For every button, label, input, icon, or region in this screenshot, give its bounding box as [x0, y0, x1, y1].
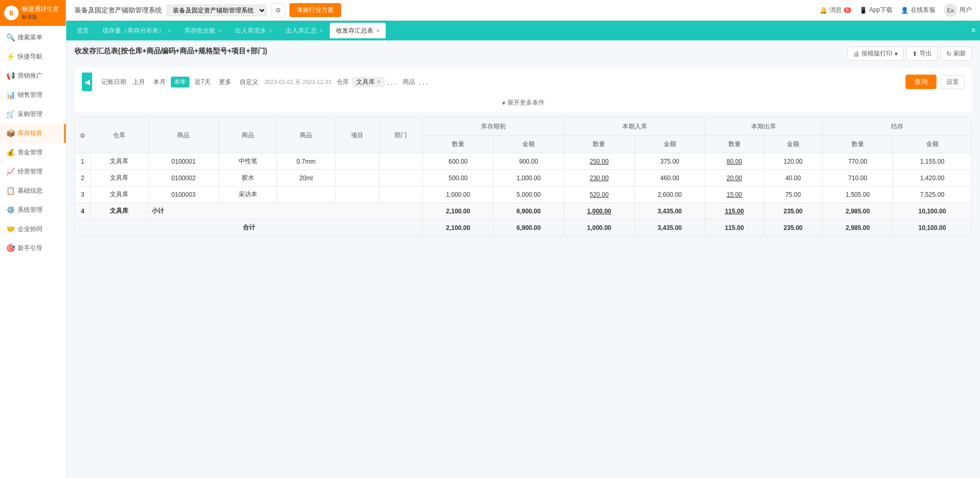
- warehouse-more-button[interactable]: ...: [387, 77, 398, 88]
- date-this-year[interactable]: 本年: [171, 77, 189, 88]
- online-service-button[interactable]: 👤 在线客服: [901, 6, 935, 15]
- date-more[interactable]: 更多: [216, 77, 235, 88]
- date-this-month[interactable]: 本月: [150, 77, 169, 88]
- expand-conditions-button[interactable]: ▾ 展开更多条件: [502, 98, 545, 107]
- th-in-group: 本期入库: [564, 118, 705, 136]
- row-out-qty[interactable]: 80.00: [705, 153, 764, 170]
- sidebar-item-operation[interactable]: 📈经营管理: [0, 162, 66, 181]
- sales-icon: 📊: [6, 91, 14, 99]
- page-title: 收发存汇总表(按仓库+商品编码+商品+规格型号+项目+部门): [75, 47, 267, 56]
- row-dept: [379, 186, 422, 203]
- query-button[interactable]: 查询: [905, 75, 937, 89]
- warehouse-tag-close[interactable]: ×: [377, 78, 381, 85]
- row-bal-qty: 710.00: [823, 170, 893, 186]
- row-bal-amt: 7,525.00: [893, 186, 972, 203]
- sidebar-item-system[interactable]: ⚙️系统管理: [0, 200, 66, 220]
- sub-out-qty[interactable]: 115.00: [705, 203, 764, 220]
- tab-close-icon[interactable]: ×: [376, 28, 379, 34]
- row-project: [335, 153, 379, 170]
- collapse-button[interactable]: ◀: [82, 73, 92, 91]
- row-spec: 0.7mm: [276, 153, 335, 170]
- refresh-button[interactable]: ↻ 刷新: [941, 47, 972, 61]
- app-download-label: App下载: [869, 6, 893, 15]
- tab-label: 首页: [77, 26, 89, 35]
- date-last-month[interactable]: 上月: [129, 77, 148, 88]
- header-settings-button[interactable]: ⚙: [271, 3, 285, 18]
- row-in-qty[interactable]: 230.00: [564, 170, 634, 186]
- tab-home[interactable]: 首页: [70, 23, 95, 38]
- table-row: 1 文具库 0100001 中性笔 0.7mm 600.00 900.00 25…: [75, 153, 972, 170]
- table-row: 3 文具库 0100003 采访本 1,000.00 5,000.00 520.…: [75, 186, 972, 203]
- tab-close-icon[interactable]: ×: [168, 28, 171, 34]
- guide-icon: 🎯: [6, 244, 14, 252]
- tab-bar-close-button[interactable]: ×: [971, 26, 976, 35]
- total-open-amt: 6,900.00: [493, 220, 564, 236]
- sub-open-amt: 6,900.00: [493, 203, 564, 220]
- row-warehouse: 文具库: [91, 186, 149, 203]
- sidebar-item-search[interactable]: 🔍搜索菜单: [0, 28, 66, 47]
- operation-icon: 📈: [6, 167, 14, 176]
- th-spec: 商品: [276, 118, 335, 153]
- row-in-qty[interactable]: 520.00: [564, 186, 634, 203]
- logo-sub: 标准版: [22, 13, 59, 21]
- tab-batch[interactable]: 库存批次账×: [178, 23, 228, 38]
- warehouse-value-area: 文具库 × ...: [352, 77, 398, 88]
- app-download-button[interactable]: 📱 App下载: [859, 6, 893, 15]
- sidebar-item-sales[interactable]: 📊销售管理: [0, 85, 66, 105]
- date-7days[interactable]: 近7天: [192, 77, 214, 88]
- sub-bal-amt: 10,100.00: [893, 203, 972, 220]
- online-service-label: 在线客服: [911, 6, 935, 15]
- sidebar-item-quicknav[interactable]: ⚡快捷导航: [0, 47, 66, 66]
- sidebar-item-finance[interactable]: 💰资金管理: [0, 143, 66, 162]
- bell-icon: 🔔: [820, 7, 827, 14]
- row-open-qty: 1,000.00: [423, 186, 493, 203]
- sub-warehouse: 文具库: [91, 203, 149, 220]
- purchase-icon: 🛒: [6, 110, 14, 118]
- row-out-qty[interactable]: 15.00: [705, 186, 764, 203]
- tab-collect-summary[interactable]: 收发存汇总表×: [330, 23, 386, 38]
- sub-in-qty[interactable]: 1,000.00: [564, 203, 634, 220]
- tab-flow[interactable]: 出入库流水×: [229, 23, 279, 38]
- goods-filter: 商品 ...: [403, 77, 429, 88]
- row-warehouse: 文具库: [91, 153, 149, 170]
- finance-icon: 💰: [6, 148, 14, 156]
- tab-close-icon[interactable]: ×: [218, 28, 222, 34]
- total-bal-qty: 2,985.00: [823, 220, 893, 236]
- th-bal-amt: 金额: [893, 136, 972, 153]
- row-out-qty[interactable]: 20.00: [705, 170, 764, 186]
- inventory-icon: 📦: [6, 129, 14, 137]
- sidebar: 6 畅捷通好生意 标准版 🔍搜索菜单⚡快捷导航📢营销推广📊销售管理🛒采购管理📦库…: [0, 0, 66, 478]
- date-custom[interactable]: 自定义: [237, 77, 261, 88]
- filter-settings-button[interactable]: 设置: [941, 75, 964, 89]
- tab-summary[interactable]: 出入库汇总×: [280, 23, 329, 38]
- tab-stock-dist[interactable]: 现存量（库存分布表）×: [96, 23, 177, 38]
- messages-badge: 6: [844, 7, 851, 13]
- row-in-qty[interactable]: 250.00: [564, 153, 634, 170]
- th-in-amt: 金额: [635, 136, 705, 153]
- sidebar-item-guide[interactable]: 🎯新手引导: [0, 239, 66, 258]
- export-button[interactable]: ⬆ 导出: [906, 47, 938, 61]
- tab-close-icon[interactable]: ×: [320, 28, 323, 34]
- trial-button[interactable]: 体验行业方案: [289, 3, 341, 17]
- row-in-amt: 2,600.00: [635, 186, 705, 203]
- sidebar-item-marketing[interactable]: 📢营销推广: [0, 66, 66, 85]
- system-select[interactable]: 装备及固定资产辅助管理系统: [166, 5, 267, 16]
- sidebar-item-inventory[interactable]: 📦库存核算: [0, 124, 66, 143]
- refresh-label: 刷新: [954, 49, 966, 58]
- logo-area: 6 畅捷通好生意 标准版: [0, 0, 66, 26]
- sidebar-item-enterprise[interactable]: 🤝企业协同: [0, 220, 66, 239]
- sidebar-item-label: 库存核算: [18, 129, 42, 138]
- table-settings-icon[interactable]: ⚙: [80, 132, 85, 139]
- print-button[interactable]: 🖨 按模版打印 ▾: [847, 47, 903, 61]
- user-menu[interactable]: Ea 用户: [944, 4, 972, 17]
- row-name: 采访本: [219, 186, 277, 203]
- sidebar-item-basic[interactable]: 📋基础信息: [0, 181, 66, 200]
- th-warehouse: 仓库: [91, 118, 149, 153]
- row-warehouse: 文具库: [91, 170, 149, 186]
- expand-label: 展开更多条件: [507, 98, 545, 107]
- sidebar-item-purchase[interactable]: 🛒采购管理: [0, 105, 66, 124]
- total-label: 合计: [75, 220, 423, 236]
- messages-button[interactable]: 🔔 消息 6: [820, 6, 851, 15]
- tab-close-icon[interactable]: ×: [269, 28, 272, 34]
- goods-more-button[interactable]: ...: [418, 77, 429, 88]
